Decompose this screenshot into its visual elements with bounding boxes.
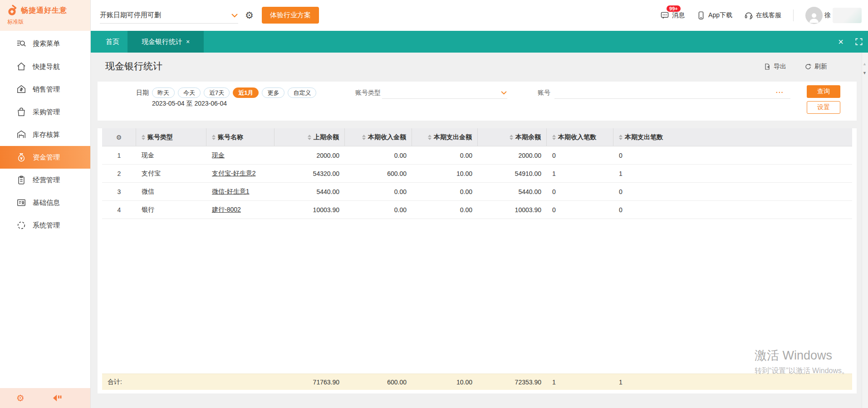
sidebar-item-operations-mgmt[interactable]: 经营管理 — [0, 169, 90, 191]
sidebar-settings-gear-icon[interactable]: ⚙ — [16, 393, 25, 403]
cell-account-name: 支付宝-好生意2 — [206, 165, 275, 182]
user-account[interactable]: 徐 — [805, 7, 862, 24]
account-type-label: 账号类型 — [355, 89, 381, 97]
cell-expense-count: 0 — [613, 201, 852, 219]
account-name-link[interactable]: 微信-好生意1 — [212, 188, 249, 196]
pill-custom[interactable]: 自定义 — [288, 87, 316, 98]
pill-last7days[interactable]: 近7天 — [204, 87, 230, 98]
table-totals-row: 合计: 71763.90 600.00 10.00 72353.90 1 1 — [102, 374, 852, 390]
sidebar-item-system-mgmt[interactable]: 系统管理 — [0, 214, 90, 237]
header-expense-count[interactable]: 本期支出笔数 — [613, 128, 852, 146]
account-type-select[interactable] — [382, 87, 507, 99]
sidebar-item-inventory[interactable]: 库存核算 — [0, 123, 90, 146]
header-current-balance[interactable]: 本期余额 — [478, 128, 547, 146]
total-expense-amount: 10.00 — [412, 374, 478, 390]
sidebar-item-label: 基础信息 — [33, 199, 60, 207]
messages-badge: 99+ — [667, 5, 681, 12]
search-menu-icon — [16, 39, 26, 49]
vertical-scrollbar[interactable] — [862, 53, 868, 408]
cell-expense-amount: 0.00 — [412, 146, 478, 164]
sidebar-footer: ⚙ — [0, 388, 90, 408]
workspace-gear-icon[interactable]: ⚙ — [245, 10, 254, 21]
chevron-down-icon — [231, 13, 238, 18]
account-input[interactable] — [554, 87, 790, 99]
sidebar: 畅捷通好生意 标准版 搜索菜单 快捷导航 销售管理 — [0, 0, 91, 408]
total-current-balance: 72353.90 — [478, 374, 547, 390]
collapse-sidebar-icon[interactable] — [53, 393, 63, 403]
export-button[interactable]: 导出 — [764, 63, 786, 71]
sidebar-item-label: 搜索菜单 — [33, 39, 60, 48]
username-text: 徐 — [824, 11, 831, 19]
tab-cash-bank-stats[interactable]: 现金银行统计 × — [128, 31, 204, 53]
cell-current-balance: 5440.00 — [478, 183, 547, 200]
date-filter-label: 日期 — [136, 89, 149, 97]
cell-income-amount: 600.00 — [345, 165, 412, 182]
settings-button[interactable]: 设置 — [807, 101, 840, 114]
tab-home[interactable]: 首页 — [98, 31, 128, 53]
industry-solution-button[interactable]: 体验行业方案 — [262, 7, 319, 24]
topbar-right: 99+ 消息 App下载 在线客服 — [660, 0, 862, 31]
refresh-icon — [804, 63, 812, 70]
total-expense-count: 1 — [613, 374, 852, 390]
sort-icon — [308, 135, 311, 140]
app-download-button[interactable]: App下载 — [696, 11, 732, 20]
tab-close-icon[interactable]: × — [186, 38, 190, 45]
app-download-label: App下载 — [708, 11, 732, 19]
date-range-text: 2023-05-04 至 2023-06-04 — [152, 100, 227, 108]
refresh-button[interactable]: 刷新 — [804, 63, 827, 71]
sidebar-item-basic-info[interactable]: 基础信息 — [0, 191, 90, 214]
pill-more[interactable]: 更多 — [262, 87, 284, 98]
scroll-down-icon[interactable]: ▼ — [863, 71, 867, 75]
cell-expense-count: 1 — [613, 165, 852, 182]
header-income-amount[interactable]: 本期收入金额 — [345, 128, 412, 146]
online-support-button[interactable]: 在线客服 — [744, 11, 781, 20]
header-prev-balance[interactable]: 上期余额 — [275, 128, 345, 146]
sort-icon — [428, 135, 432, 140]
tab-home-label: 首页 — [106, 38, 119, 46]
scroll-up-icon[interactable]: ▲ — [863, 62, 867, 66]
totals-label: 合计: — [102, 374, 136, 390]
cell-account-name: 建行-8002 — [206, 201, 275, 219]
pill-last1month[interactable]: 近1月 — [233, 87, 259, 98]
data-table: ⚙ 账号类型 账号名称 上期余额 本期收入金额 本期支出金额 本期余额 本期收入… — [98, 128, 857, 393]
column-settings-gear-icon[interactable]: ⚙ — [102, 128, 136, 146]
more-options-ellipsis[interactable]: ... — [776, 87, 784, 94]
sidebar-item-quick-nav[interactable]: 快捷导航 — [0, 55, 90, 78]
cell-prev-balance: 5440.00 — [275, 183, 345, 200]
cell-account-name: 微信-好生意1 — [206, 183, 275, 200]
account-name-link[interactable]: 支付宝-好生意2 — [212, 170, 255, 178]
pill-yesterday[interactable]: 昨天 — [152, 87, 175, 98]
table-row: 2 支付宝 支付宝-好生意2 54320.00 600.00 10.00 549… — [102, 165, 852, 183]
account-name-link[interactable]: 建行-8002 — [212, 206, 241, 214]
account-set-dropdown[interactable]: 开账日期可停用可删 — [100, 7, 238, 24]
money-bag-icon — [16, 152, 26, 162]
account-name-link[interactable]: 现金 — [212, 151, 225, 160]
header-expense-amount[interactable]: 本期支出金额 — [412, 128, 478, 146]
header-income-count[interactable]: 本期收入笔数 — [547, 128, 613, 146]
cell-income-count: 1 — [547, 165, 613, 182]
cell-income-amount: 0.00 — [345, 201, 412, 219]
table-header-row: ⚙ 账号类型 账号名称 上期余额 本期收入金额 本期支出金额 本期余额 本期收入… — [102, 128, 852, 146]
cell-account-type: 现金 — [136, 146, 206, 164]
header-account-type[interactable]: 账号类型 — [136, 128, 206, 146]
sidebar-item-sales-mgmt[interactable]: 销售管理 — [0, 78, 90, 101]
sales-icon — [16, 84, 26, 94]
messages-button[interactable]: 99+ 消息 — [660, 11, 685, 20]
sort-icon — [142, 135, 145, 140]
header-account-name[interactable]: 账号名称 — [206, 128, 275, 146]
date-quick-pills: 昨天 今天 近7天 近1月 更多 自定义 — [152, 87, 316, 98]
cell-income-amount: 0.00 — [345, 146, 412, 164]
pill-today[interactable]: 今天 — [178, 87, 201, 98]
sidebar-menu: 搜索菜单 快捷导航 销售管理 采购管理 — [0, 31, 90, 237]
fullscreen-icon[interactable] — [854, 37, 863, 46]
sort-icon — [619, 135, 623, 140]
brand-block: 畅捷通好生意 标准版 — [0, 0, 90, 31]
cell-current-balance: 10003.90 — [478, 201, 547, 219]
row-number: 1 — [102, 146, 136, 164]
close-all-tabs-icon[interactable]: × — [834, 37, 848, 47]
sidebar-item-purchase-mgmt[interactable]: 采购管理 — [0, 101, 90, 123]
sidebar-item-funds-mgmt[interactable]: 资金管理 — [0, 146, 90, 169]
query-button[interactable]: 查询 — [807, 85, 840, 98]
sidebar-item-search-menu[interactable]: 搜索菜单 — [0, 34, 90, 53]
brand-logo-icon — [6, 5, 18, 16]
